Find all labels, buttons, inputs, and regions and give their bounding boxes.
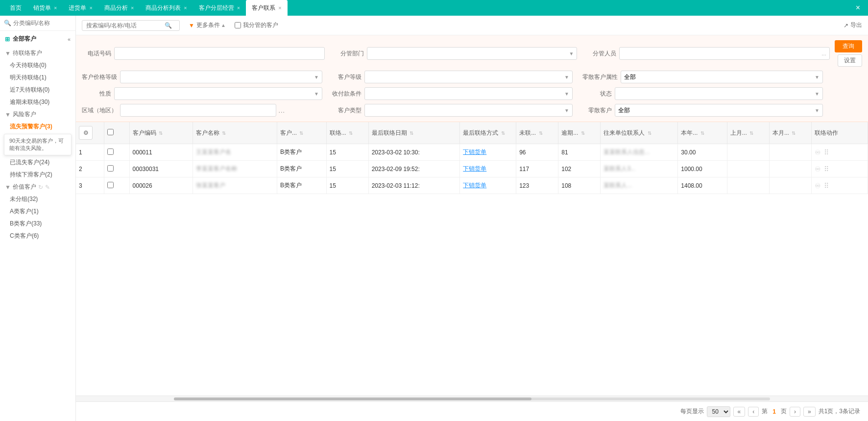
th-name[interactable]: 客户名称 ⇅ (193, 122, 277, 144)
td-last-date-3: 2023-02-03 11:12: (368, 177, 460, 194)
sidebar-item-declining[interactable]: 持续下滑客户(2) (0, 169, 75, 181)
filter-nature-select[interactable]: ▼ (114, 87, 322, 100)
filter-dept-select[interactable]: ▼ (367, 47, 578, 60)
last-page-btn[interactable]: » (803, 407, 816, 417)
tab-goods-analysis-list[interactable]: 商品分析列表 × (140, 0, 193, 16)
page-size-select[interactable]: 50 (707, 406, 730, 417)
sidebar-group-risk-customers[interactable]: ▼ 风险客户 (0, 108, 75, 121)
select-all-checkbox[interactable] (107, 129, 114, 135)
td-check-1[interactable] (104, 144, 129, 161)
td-check-3[interactable] (104, 177, 129, 194)
close-tab-sales[interactable]: × (54, 5, 57, 11)
page-word: 页 (781, 407, 787, 416)
settings-btn[interactable]: 设置 (838, 54, 862, 67)
sidebar-item-churned[interactable]: 已流失客户(24) (0, 156, 75, 169)
filter-phone-input[interactable] (114, 47, 325, 60)
scrollbar-track[interactable] (174, 397, 770, 400)
th-overdue[interactable]: 逾期... ⇅ (558, 122, 601, 144)
scrollbar-thumb[interactable] (174, 397, 531, 400)
sidebar-item-week[interactable]: 近7天待联络(0) (0, 84, 75, 96)
filter-person-select[interactable]: … (619, 47, 830, 60)
query-btn[interactable]: 查询 (835, 40, 862, 52)
th-unit[interactable]: 往来单位联系人 ⇅ (601, 122, 678, 144)
last-method-link-1[interactable]: 下销货单 (463, 149, 486, 155)
sidebar-group-value-customers[interactable]: ▼ 价值客户 ↻ ✎ (0, 181, 75, 193)
contact-icon-1[interactable]: ♾ (815, 149, 821, 156)
th-contact[interactable]: 联络... ⇅ (326, 122, 368, 144)
my-customers-checkbox[interactable] (235, 22, 241, 28)
filter-customer-level-select[interactable]: ▼ (364, 71, 573, 83)
sidebar-item-class-b[interactable]: B类客户(33) (0, 218, 75, 230)
td-last-method-2[interactable]: 下销货单 (460, 161, 516, 177)
sidebar-item-overdue-contact[interactable]: 逾期未联络(30) (0, 96, 75, 108)
filter-scatter-attr-select[interactable]: 全部 ▼ (621, 71, 823, 83)
th-type[interactable]: 客户... ⇅ (277, 122, 326, 144)
filter-status-select[interactable]: ▼ (615, 87, 823, 100)
tab-purchase[interactable]: 进货单 × (63, 0, 98, 16)
td-check-2[interactable] (104, 161, 129, 177)
filter-region-input[interactable] (120, 104, 276, 117)
filter-price-level-select[interactable]: ▼ (120, 71, 322, 83)
filter-search-input[interactable] (86, 22, 165, 29)
filter-scatter-select[interactable]: 全部 ▼ (615, 104, 823, 117)
sidebar-item-today[interactable]: 今天待联络(0) (0, 59, 75, 72)
th-last-month[interactable]: 上月... ⇅ (727, 122, 769, 144)
sidebar-item-churn-warning[interactable]: 流失预警客户(3) (0, 121, 75, 133)
region-dots[interactable]: … (278, 106, 285, 114)
sidebar-item-class-c[interactable]: C类客户(6) (0, 230, 75, 242)
sidebar-item-ungrouped[interactable]: 未分组(32) (0, 193, 75, 205)
more-icon-1[interactable]: ⠿ (824, 149, 829, 156)
export-btn[interactable]: ↗ 导出 (844, 21, 862, 29)
tab-goods-analysis[interactable]: 商品分析 × (98, 0, 140, 16)
horizontal-scrollbar[interactable] (76, 396, 868, 401)
sidebar-search-input[interactable] (13, 20, 76, 26)
last-method-link-2[interactable]: 下销货单 (463, 165, 486, 172)
table-settings-btn[interactable]: ⚙ (79, 126, 93, 140)
td-overdue-1: 81 (558, 144, 601, 161)
more-conditions-btn[interactable]: ▼ 更多条件 ▲ (184, 20, 231, 31)
more-icon-2[interactable]: ⠿ (824, 165, 829, 173)
th-settings[interactable]: ⚙ (76, 122, 104, 144)
first-page-btn[interactable]: « (733, 407, 746, 417)
th-code[interactable]: 客户编码 ⇅ (129, 122, 193, 144)
td-last-method-3[interactable]: 下销货单 (460, 177, 516, 194)
sidebar-item-tomorrow[interactable]: 明天待联络(1) (0, 72, 75, 84)
filter-payment-select[interactable]: ▼ (364, 87, 573, 100)
th-checkbox[interactable] (104, 122, 129, 144)
row-checkbox-3[interactable] (107, 182, 114, 188)
td-last-method-1[interactable]: 下销货单 (460, 144, 516, 161)
th-this-month[interactable]: 本月... ⇅ (769, 122, 811, 144)
app-close-button[interactable]: × (852, 3, 864, 12)
tab-home[interactable]: 首页 (4, 0, 27, 16)
tab-customer-contact[interactable]: 客户联系 × (246, 0, 287, 16)
filter-search-icon[interactable]: 🔍 (165, 22, 172, 29)
close-tab-customer-contact[interactable]: × (278, 5, 281, 11)
sidebar-group-pending-contact[interactable]: ▼ 待联络客户 (0, 47, 75, 59)
close-tab-purchase[interactable]: × (89, 5, 92, 11)
contact-icon-2[interactable]: ♾ (815, 165, 821, 173)
contact-icon-3[interactable]: ♾ (815, 182, 821, 190)
th-last-method[interactable]: 最后联络方式 ⇅ (460, 122, 516, 144)
edit-icon[interactable]: ✎ (45, 184, 50, 191)
close-tab-customer-segment[interactable]: × (237, 5, 240, 11)
row-checkbox-2[interactable] (107, 165, 114, 172)
close-tab-goods-analysis[interactable]: × (131, 5, 134, 11)
th-year-sale[interactable]: 本年... ⇅ (678, 122, 727, 144)
sidebar-all-customers[interactable]: ⊞ 全部客户 « (0, 31, 75, 47)
refresh-icon[interactable]: ↻ (38, 184, 43, 191)
my-customers-filter[interactable]: 我分管的客户 (235, 21, 278, 29)
tab-customer-segment[interactable]: 客户分层经营 × (193, 0, 246, 16)
collapse-icon[interactable]: « (68, 36, 71, 42)
more-icon-3[interactable]: ⠿ (824, 182, 829, 190)
prev-page-btn[interactable]: ‹ (748, 407, 759, 417)
th-unlinked[interactable]: 未联... ⇅ (516, 122, 558, 144)
filter-customer-type-select[interactable]: ▼ (364, 104, 573, 117)
close-tab-goods-analysis-list[interactable]: × (184, 5, 187, 11)
tab-sales[interactable]: 销货单 × (27, 0, 63, 16)
last-method-link-3[interactable]: 下销货单 (463, 182, 486, 189)
th-last-date[interactable]: 最后联络日期 ⇅ (368, 122, 460, 144)
next-page-btn[interactable]: › (790, 407, 800, 417)
sort-icon-unit: ⇅ (648, 130, 651, 136)
row-checkbox-1[interactable] (107, 149, 114, 155)
sidebar-item-class-a[interactable]: A类客户(1) (0, 205, 75, 218)
